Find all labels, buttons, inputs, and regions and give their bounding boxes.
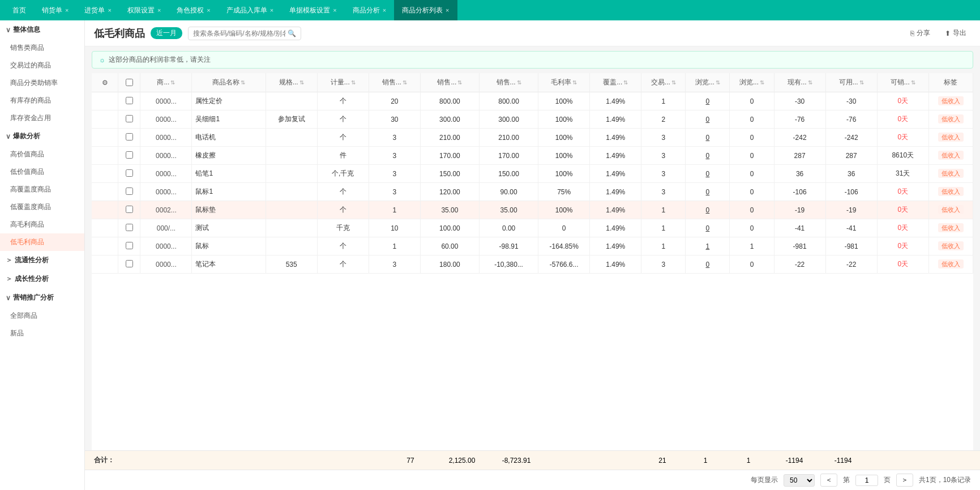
sidebar-item-high-margin[interactable]: 高毛利商品 [0,216,84,233]
row-view1[interactable]: 1 [686,237,730,255]
sidebar-item-category-rate[interactable]: 商品分类助销率 [0,74,84,92]
row-select-checkbox[interactable] [126,242,133,249]
page-size-select[interactable]: 50 100 200 [784,474,815,487]
nav-permission[interactable]: 权限设置 × [119,0,169,20]
sidebar-item-high-value[interactable]: 高价值商品 [0,146,84,163]
close-icon[interactable]: × [65,7,69,14]
search-box[interactable]: 🔍 [188,27,301,40]
row-checkbox[interactable] [118,92,140,110]
col-view1[interactable]: 浏览... ⇅ [686,73,730,92]
row-name[interactable]: 鼠标垫 [192,201,266,219]
sidebar-item-low-margin[interactable]: 低毛利商品 [0,233,84,251]
sidebar-item-stock-capital[interactable]: 库存资金占用 [0,109,84,127]
sidebar-item-high-coverage[interactable]: 高覆盖度商品 [0,181,84,198]
row-view1[interactable]: 0 [686,219,730,237]
row-view1[interactable]: 0 [686,255,730,274]
row-name[interactable]: 属性定价 [192,92,266,110]
select-all-checkbox[interactable] [126,79,133,86]
sidebar-group-growth-analysis[interactable]: ＞ 成长性分析 [0,270,84,288]
row-select-checkbox[interactable] [126,206,133,213]
row-view1[interactable]: 0 [686,183,730,201]
col-sale-qty[interactable]: 销售... ⇅ [369,73,420,92]
col-checkbox[interactable] [118,73,140,92]
sidebar-item-new-products[interactable]: 新品 [0,325,84,342]
row-name[interactable]: 笔记本 [192,255,266,274]
row-select-checkbox[interactable] [126,115,133,122]
col-code[interactable]: 商... ⇅ [140,73,192,92]
row-name[interactable]: 吴细细1 [192,110,266,129]
sidebar-item-traded-products[interactable]: 交易过的商品 [0,57,84,74]
close-icon[interactable]: × [108,7,111,14]
row-select-checkbox[interactable] [126,260,133,267]
row-name[interactable]: 鼠标1 [192,183,266,201]
col-saleable[interactable]: 可销... ⇅ [877,73,928,92]
row-select-checkbox[interactable] [126,224,133,231]
share-button[interactable]: ⎘ 分享 [906,26,935,40]
sidebar-group-flow-analysis[interactable]: ＞ 流通性分析 [0,251,84,270]
nav-product-analysis-list[interactable]: 商品分析列表 × [394,0,457,20]
row-name[interactable]: 测试 [192,219,266,237]
row-view1[interactable]: 0 [686,201,730,219]
sidebar-item-low-coverage[interactable]: 低覆盖度商品 [0,198,84,216]
close-icon[interactable]: × [383,7,386,14]
col-trade[interactable]: 交易... ⇅ [641,73,686,92]
col-gross-margin[interactable]: 毛利率 ⇅ [538,73,590,92]
sidebar-item-low-value[interactable]: 低价值商品 [0,163,84,181]
nav-role-auth[interactable]: 角色授权 × [169,0,218,20]
col-sale-amount[interactable]: 销售... ⇅ [480,73,538,92]
col-sale-price[interactable]: 销售... ⇅ [420,73,479,92]
nav-purchase-order[interactable]: 进货单 × [76,0,119,20]
col-coverage[interactable]: 覆盖... ⇅ [590,73,641,92]
date-range-tag[interactable]: 近一月 [151,27,182,39]
sidebar-group-general-info[interactable]: ∨ 整体信息 [0,20,84,39]
row-checkbox[interactable] [118,129,140,147]
nav-product-instock[interactable]: 产成品入库单 × [219,0,281,20]
sidebar-group-hot-analysis[interactable]: ∨ 爆款分析 [0,127,84,146]
col-unit[interactable]: 计量... ⇅ [317,73,369,92]
row-checkbox[interactable] [118,183,140,201]
col-tag[interactable]: 标签 [928,73,973,92]
row-name[interactable]: 铅笔1 [192,165,266,183]
close-icon[interactable]: × [270,7,273,14]
row-checkbox[interactable] [118,237,140,255]
row-select-checkbox[interactable] [126,151,133,159]
export-button[interactable]: ⬆ 导出 [940,26,971,40]
row-checkbox[interactable] [118,201,140,219]
row-select-checkbox[interactable] [126,188,133,195]
row-checkbox[interactable] [118,255,140,274]
close-icon[interactable]: × [207,7,210,14]
row-view1[interactable]: 0 [686,147,730,165]
close-icon[interactable]: × [333,7,336,14]
row-checkbox[interactable] [118,110,140,129]
row-view1[interactable]: 0 [686,165,730,183]
row-view1[interactable]: 0 [686,92,730,110]
sidebar-group-marketing-analysis[interactable]: ∨ 营销推广分析 [0,288,84,307]
row-checkbox[interactable] [118,147,140,165]
row-select-checkbox[interactable] [126,169,133,177]
nav-template-settings[interactable]: 单据模板设置 × [281,0,344,20]
row-name[interactable]: 橡皮擦 [192,147,266,165]
sidebar-item-in-stock[interactable]: 有库存的商品 [0,92,84,109]
sidebar-item-all-products[interactable]: 全部商品 [0,307,84,325]
close-icon[interactable]: × [446,7,449,14]
row-checkbox[interactable] [118,219,140,237]
row-view1[interactable]: 0 [686,110,730,129]
row-select-checkbox[interactable] [126,97,133,104]
search-input[interactable] [193,29,285,37]
col-spec[interactable]: 规格... ⇅ [266,73,317,92]
sidebar-item-sales-products[interactable]: 销售类商品 [0,39,84,57]
row-name[interactable]: 电话机 [192,129,266,147]
col-name[interactable]: 商品名称 ⇅ [192,73,266,92]
nav-home[interactable]: 首页 [5,0,34,20]
row-checkbox[interactable] [118,165,140,183]
col-settings[interactable]: ⚙ [92,73,118,92]
close-icon[interactable]: × [157,7,161,14]
nav-sales-order[interactable]: 销货单 × [34,0,76,20]
next-page-button[interactable]: ＞ [896,474,913,487]
search-icon[interactable]: 🔍 [288,29,296,37]
nav-product-analysis[interactable]: 商品分析 × [345,0,394,20]
page-number-input[interactable] [855,475,878,486]
prev-page-button[interactable]: ＜ [820,474,837,487]
col-view2[interactable]: 浏览... ⇅ [730,73,774,92]
row-name[interactable]: 鼠标 [192,237,266,255]
